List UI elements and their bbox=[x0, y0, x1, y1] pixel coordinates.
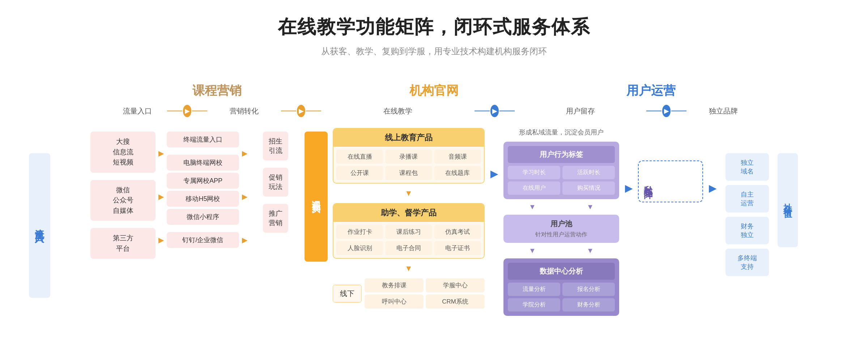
behavior-item-3: 购买情况 bbox=[562, 181, 615, 195]
cat-website: 机构官网 bbox=[409, 83, 459, 97]
convert-box-1: 促销玩法 bbox=[263, 168, 288, 197]
cat-marketing: 课程营销 bbox=[192, 83, 242, 97]
traffic-items-group: 电脑终端网校 专属网校APP 移动H5网校 微信小程序 bbox=[167, 155, 239, 225]
purchase-wrapper: 课程购买 bbox=[305, 132, 328, 262]
left-vertical-label: 流量入口 bbox=[29, 153, 50, 298]
user-pool-block: 用户池 针对性用户运营动作 bbox=[503, 215, 619, 243]
online-section: 线上教育产品 在线直播 录播课 音频课 公开课 课程包 在线题库 ▼ 助学、督学… bbox=[333, 128, 485, 309]
pipeline-line-5 bbox=[475, 111, 490, 111]
arrow-down-2: ▼ bbox=[333, 264, 485, 273]
brand-item-0: 独立域名 bbox=[726, 153, 769, 181]
sources-col: 大搜信息流短视频 微信公众号自媒体 第三方平台 bbox=[90, 132, 156, 259]
pipeline-line-6 bbox=[499, 111, 515, 111]
behavior-tag-grid: 学习时长 活跃时长 在线用户 购买情况 bbox=[508, 166, 615, 195]
assist-cell-1: 课后练习 bbox=[385, 225, 432, 239]
convert-arrows: ▶ ▶ ▶ bbox=[241, 135, 249, 258]
arrow-s0: ▶ bbox=[158, 149, 164, 158]
assist-header: 助学、督学产品 bbox=[333, 204, 484, 222]
pipeline-line-8 bbox=[671, 111, 686, 111]
convert-box-0: 招生引流 bbox=[263, 132, 288, 160]
pipeline-header: 流量入口 ▶ 营销转化 ▶ 在线教学 ▶ 用户留存 ▶ 独立品牌 bbox=[22, 105, 846, 117]
assist-grid: 作业打卡 课后练习 仿真考试 人脸识别 电子合同 电子证书 bbox=[333, 222, 484, 258]
traffic-item-2: 钉钉/企业微信 bbox=[167, 232, 239, 248]
brand-item-1: 自主运营 bbox=[726, 185, 769, 213]
pipeline-label-2: 在线教学 bbox=[383, 106, 412, 116]
arrow-c2: ▶ bbox=[242, 236, 247, 244]
pipeline-arrow-2: ▶ bbox=[297, 105, 306, 117]
source-box-0: 大搜信息流短视频 bbox=[90, 132, 156, 173]
data-center-item-2: 学院分析 bbox=[508, 298, 560, 312]
arrow-to-brand: ▶ bbox=[707, 182, 718, 194]
pipeline-arrow-3: ▶ bbox=[490, 105, 499, 117]
page-subtitle: 从获客、教学、复购到学服，用专业技术构建机构服务闭环 bbox=[22, 46, 846, 57]
traffic-item-1b: 专属网校APP bbox=[167, 173, 239, 189]
data-center-title: 数据中心分析 bbox=[508, 263, 615, 280]
assist-cell-4: 电子合同 bbox=[385, 241, 432, 255]
behavior-arrows: ▼ ▼ bbox=[503, 203, 619, 211]
pipeline-label-1: 营销转化 bbox=[230, 106, 259, 116]
pipeline-line-1 bbox=[167, 111, 182, 111]
user-pool-sub: 针对性用户运营动作 bbox=[508, 231, 615, 239]
assist-cell-0: 作业打卡 bbox=[336, 225, 383, 239]
brand-item-3: 多终端支持 bbox=[726, 249, 769, 276]
arrow-down-b0: ▼ bbox=[529, 203, 536, 211]
product-block: 线上教育产品 在线直播 录播课 音频课 公开课 课程包 在线题库 bbox=[333, 128, 485, 184]
data-center-grid: 流量分析 报名分析 学院分析 财务分析 bbox=[508, 283, 615, 312]
product-cell-2: 音频课 bbox=[434, 150, 481, 164]
src-arrows: ▶ ▶ ▶ bbox=[157, 135, 165, 258]
product-grid: 在线直播 录播课 音频课 公开课 课程包 在线题库 bbox=[333, 147, 484, 183]
arrow-c1: ▶ bbox=[242, 192, 247, 201]
source-box-2: 第三方平台 bbox=[90, 228, 156, 259]
assist-cell-2: 仿真考试 bbox=[434, 225, 481, 239]
data-center-blk: 数据中心分析 流量分析 报名分析 学院分析 财务分析 bbox=[503, 258, 619, 316]
cat-user: 用户运营 bbox=[626, 83, 676, 97]
offline-cell-3: CRM系统 bbox=[426, 295, 485, 309]
page-header: 在线教学功能矩阵，闭环式服务体系 从获客、教学、复购到学服，用专业技术构建机构服… bbox=[22, 0, 846, 82]
data-center-item-0: 流量分析 bbox=[508, 283, 560, 296]
arrow-brand: ▶ bbox=[709, 183, 717, 194]
traffic-convert-col: 终端流量入口 电脑终端网校 专属网校APP 移动H5网校 微信小程序 钉钉/企业… bbox=[167, 132, 239, 248]
data-center-item-3: 财务分析 bbox=[562, 298, 615, 312]
pool-arrows: ▼ ▼ bbox=[503, 246, 619, 255]
behavior-item-1: 活跃时长 bbox=[562, 166, 615, 179]
private-domain-wrapper: 私域矩阵 bbox=[638, 160, 703, 202]
brand-right-col: 独立域名 自主运营 财务独立 多终端支持 bbox=[722, 153, 773, 276]
pipeline-arrow-1: ▶ bbox=[183, 105, 192, 117]
behavior-item-0: 学习时长 bbox=[508, 166, 560, 179]
arrow-to-private: ▶ bbox=[624, 182, 634, 194]
source-box-1: 微信公众号自媒体 bbox=[90, 180, 156, 221]
page-title: 在线教学功能矩阵，闭环式服务体系 bbox=[22, 14, 846, 40]
offline-cell-0: 教务排课 bbox=[365, 278, 424, 292]
traffic-item-0: 终端流量入口 bbox=[167, 132, 239, 147]
arrow-c0: ▶ bbox=[242, 149, 247, 158]
product-cell-3: 公开课 bbox=[336, 166, 383, 180]
assist-cell-3: 人脸识别 bbox=[336, 241, 383, 255]
product-cell-0: 在线直播 bbox=[336, 150, 383, 164]
pipeline-arrow-4: ▶ bbox=[662, 105, 671, 117]
arrow-private: ▶ bbox=[625, 183, 633, 194]
product-cell-4: 课程包 bbox=[385, 166, 432, 180]
arrow-down-1: ▼ bbox=[333, 189, 485, 198]
arrow-s2: ▶ bbox=[158, 236, 164, 244]
purchase-box: 课程购买 bbox=[305, 132, 328, 262]
behavior-tag-block: 用户行为标签 学习时长 活跃时长 在线用户 购买情况 bbox=[503, 142, 619, 199]
convert-col: 招生引流 促销玩法 推广营销 bbox=[250, 132, 301, 233]
brand-item-2: 财务独立 bbox=[726, 217, 769, 244]
social-value-wrapper: 社会价值 bbox=[778, 153, 798, 247]
product-header: 线上教育产品 bbox=[333, 129, 484, 147]
private-domain-vert: 私域矩阵 bbox=[642, 167, 654, 196]
arrow-down-p1: ▼ bbox=[587, 246, 594, 255]
product-cell-1: 录播课 bbox=[385, 150, 432, 164]
assist-block: 助学、督学产品 作业打卡 课后练习 仿真考试 人脸识别 电子合同 电子证书 bbox=[333, 203, 485, 259]
traffic-item-1d: 微信小程序 bbox=[167, 209, 239, 225]
user-retain-header: 形成私域流量，沉淀会员用户 bbox=[503, 128, 619, 137]
traffic-item-1c: 移动H5网校 bbox=[167, 191, 239, 207]
convert-box-2: 推广营销 bbox=[263, 204, 288, 233]
pipeline-line-7 bbox=[646, 111, 661, 111]
offline-label: 线下 bbox=[333, 285, 362, 302]
left-entry: 流量入口 bbox=[29, 153, 87, 298]
arrow-user: ▶ bbox=[490, 168, 498, 179]
arrow-to-user-retain: ▶ bbox=[489, 168, 500, 180]
category-row: 课程营销 机构官网 用户运营 bbox=[22, 82, 846, 99]
offline-cell-2: 呼叫中心 bbox=[365, 295, 424, 309]
